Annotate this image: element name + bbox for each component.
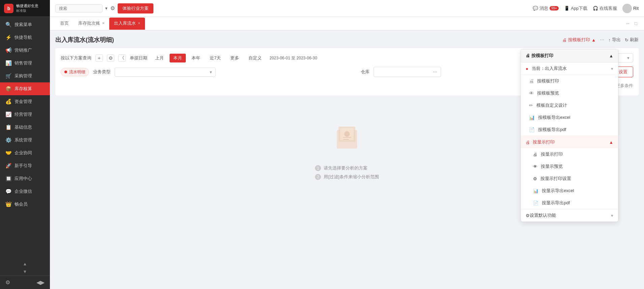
date-btn-this-month[interactable]: 本月 (170, 54, 186, 62)
refresh-btn[interactable]: ↻ 刷新 (625, 37, 639, 43)
display-print-icon: 🖨 (526, 140, 530, 145)
warehouse-more-icon[interactable]: ··· (433, 69, 437, 75)
sidebar-item-inventory[interactable]: 📦 库存核算 (0, 82, 50, 95)
display-section: 🖨 按显示打印 👁 按显示预览 ⚙ 按显示打印设置 📊 (521, 148, 618, 209)
dropdown-current-label[interactable]: ● 当前：出入库流水 ▾ (521, 62, 618, 75)
date-label: 单据日期 (130, 55, 147, 61)
sidebar-item-quicknav[interactable]: ⚡ 快捷导航 (0, 31, 50, 44)
sidebar-item-enterprise[interactable]: 🤝 企业协同 (0, 147, 50, 159)
dropdown-template-design[interactable]: ✏ 模板自定义设计 (521, 99, 618, 111)
industry-btn[interactable]: 体验行业方案 (118, 3, 153, 14)
date-btn-more[interactable]: 更多 (227, 54, 243, 62)
dropdown-footer[interactable]: ⚙ 设置默认功能 ▾ (521, 209, 618, 221)
filter-settings-btn[interactable]: ⚙ (107, 54, 114, 62)
sidebar-item-sales[interactable]: 📊 销售管理 (0, 57, 50, 70)
type-select-arrow: ▾ (627, 55, 630, 60)
sidebar-menu: 🔍 搜索菜单 ⚡ 快捷导航 📢 营销推广 📊 销售管理 🛒 采购管理 📦 库存核… (0, 17, 50, 260)
filter-collapse-btn[interactable]: 《 (118, 54, 126, 62)
edition-label: 标准版 (16, 8, 38, 13)
footer-collapse-icon[interactable]: ◀▶ (36, 279, 45, 286)
operations-icon: 📈 (5, 111, 12, 117)
date-options: 上月 本月 本年 近7天 更多 自定义 (151, 54, 265, 62)
filter-add-btn[interactable]: + (95, 54, 103, 62)
tab-inventory-flow-close[interactable]: × (138, 21, 140, 26)
sidebar-item-member[interactable]: 👑 畅会员 (0, 198, 50, 211)
disp-preview-icon: 👁 (533, 164, 537, 169)
footer-settings-icon[interactable]: ⚙ (5, 279, 10, 286)
export-btn[interactable]: ↑ 导出 (609, 37, 621, 43)
tab-inventory-batch[interactable]: 库存批次账 × (74, 18, 109, 30)
date-btn-custom[interactable]: 自定义 (245, 54, 265, 62)
warehouse-select[interactable]: ··· (374, 67, 441, 77)
sidebar-item-search[interactable]: 🔍 搜索菜单 (0, 18, 50, 31)
sidebar-item-finance[interactable]: 💰 资金管理 (0, 95, 50, 108)
tab-inventory-batch-close[interactable]: × (102, 21, 105, 26)
message-btn[interactable]: 💬 消息 99+ (533, 5, 559, 11)
basics-icon: 📋 (5, 124, 12, 130)
actions-more-icon[interactable]: ··· (600, 37, 604, 43)
date-btn-last-month[interactable]: 上月 (151, 54, 168, 62)
sidebar-scroll-down[interactable]: ▼ (0, 268, 50, 275)
sidebar-item-purchase[interactable]: 🛒 采购管理 (0, 70, 50, 82)
sidebar-item-operations[interactable]: 📈 经营管理 (0, 108, 50, 121)
finance-icon: 💰 (5, 99, 12, 105)
tab-bar: 首页 库存批次账 × 出入库流水 × ─ □ (50, 17, 644, 30)
page-header: 出入库流水(流水明细) 🖨 按模板打印 ▲ ··· ↑ 导出 ↻ 刷新 (55, 36, 639, 44)
headset-icon: 🎧 (593, 6, 598, 11)
display-group-label: 🖨 按显示打印 (526, 139, 555, 145)
dropdown-template-excel[interactable]: 📊 按模板导出excel (521, 111, 618, 124)
date-range-text: 2023-06-01 至 2023-06-30 (269, 55, 317, 61)
topbar-dropdown-icon[interactable]: ▾ (105, 6, 108, 11)
sidebar-logo: b 畅捷通好生意 标准版 (0, 0, 50, 17)
search-input[interactable] (55, 4, 103, 12)
dropdown-display-settings[interactable]: ⚙ 按显示打印设置 (521, 173, 618, 185)
filter-tag[interactable]: 流水明细 (61, 68, 89, 76)
dropdown-display-pdf[interactable]: 📄 按显示导出pdf (521, 197, 618, 209)
dropdown-display-preview[interactable]: 👁 按显示预览 (521, 160, 618, 173)
tab-home[interactable]: 首页 (55, 18, 74, 30)
disp-print-icon: 🖨 (533, 152, 537, 157)
dropdown-display-excel[interactable]: 📊 按显示导出excel (521, 185, 618, 197)
enterprise-icon: 🤝 (5, 150, 12, 156)
logo-icon: b (4, 4, 13, 13)
business-type-label: 业务类型 (93, 69, 111, 75)
tab-inventory-flow[interactable]: 出入库流水 × (109, 18, 145, 30)
user-avatar-area[interactable]: Rit (622, 4, 639, 13)
printer-icon-header: 🖨 (526, 53, 530, 58)
app-download-btn[interactable]: 📱 App下载 (564, 5, 587, 11)
tab-minimize-icon[interactable]: ─ (625, 21, 631, 26)
dropdown-display-group[interactable]: 🖨 按显示打印 ▲ (521, 136, 618, 148)
print-template-btn[interactable]: 🖨 按模板打印 ▲ (562, 37, 596, 43)
dropdown-chevron-up[interactable]: ▲ (609, 53, 613, 58)
business-type-select[interactable]: ▾ (115, 68, 216, 77)
sidebar-item-marketing[interactable]: 📢 营销推广 (0, 44, 50, 57)
sidebar-item-system[interactable]: ⚙️ 系统管理 (0, 134, 50, 147)
purchase-icon: 🛒 (5, 73, 12, 79)
message-icon: 💬 (533, 6, 538, 11)
sidebar-item-basics[interactable]: 📋 基础信息 (0, 121, 50, 134)
topbar-right: 💬 消息 99+ 📱 App下载 🎧 在线客服 Rit (533, 4, 639, 13)
guide-icon: 🚀 (5, 163, 12, 169)
dropdown-template-pdf[interactable]: 📄 按模板导出pdf (521, 124, 618, 136)
date-btn-this-year[interactable]: 本年 (188, 54, 204, 62)
online-service-btn[interactable]: 🎧 在线客服 (593, 5, 617, 11)
display-group-chevron: ▲ (609, 140, 613, 145)
search-icon: 🔍 (5, 22, 12, 28)
current-chevron: ▾ (611, 66, 613, 71)
tab-maximize-icon[interactable]: □ (633, 21, 639, 26)
disp-pdf-icon: 📄 (533, 201, 538, 206)
sidebar-item-guide[interactable]: 🚀 新手引导 (0, 159, 50, 172)
dropdown-template-preview[interactable]: 👁 按模板预览 (521, 87, 618, 99)
date-btn-7days[interactable]: 近7天 (206, 54, 225, 62)
topbar: ▾ ⚙ 体验行业方案 💬 消息 99+ 📱 App下载 🎧 在线客服 Rit (50, 0, 644, 17)
sidebar-scroll-up[interactable]: ▲ (0, 260, 50, 268)
disp-settings-icon: ⚙ (533, 176, 537, 181)
topbar-gear-icon[interactable]: ⚙ (110, 5, 115, 11)
filter-label: 按以下方案查询 (61, 55, 91, 61)
dropdown-display-print[interactable]: 🖨 按显示打印 (521, 148, 618, 160)
appcenter-icon: 🔲 (5, 176, 12, 182)
page-title: 出入库流水(流水明细) (55, 36, 114, 44)
sidebar-item-appcenter[interactable]: 🔲 应用中心 (0, 172, 50, 185)
sidebar-item-weixin[interactable]: 💬 企业微信 (0, 185, 50, 198)
dropdown-template-print[interactable]: 🖨 按模板打印 (521, 75, 618, 87)
